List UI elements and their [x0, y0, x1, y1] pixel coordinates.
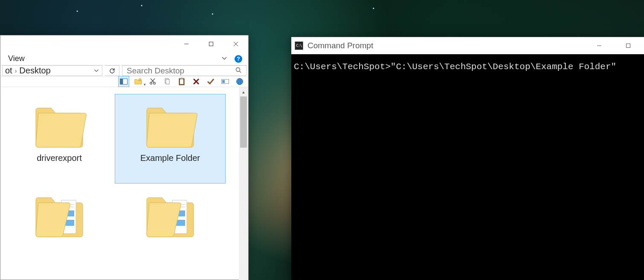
svg-rect-14: [166, 79, 169, 84]
breadcrumb-prev[interactable]: ot: [5, 66, 12, 76]
explorer-titlebar[interactable]: [0, 35, 248, 52]
breadcrumb-separator-icon[interactable]: ›: [15, 67, 17, 74]
svg-point-10: [154, 82, 156, 85]
svg-rect-7: [120, 79, 123, 85]
folder-with-docs-icon: [32, 188, 87, 239]
cmd-output[interactable]: C:\Users\TechSpot>"C:\Users\TechSpot\Des…: [291, 54, 644, 280]
folder-icon: [142, 99, 198, 150]
rename-button[interactable]: [220, 76, 230, 87]
cmd-minimize-button[interactable]: [587, 37, 612, 54]
cmd-title-text: Command Prompt: [307, 41, 373, 50]
breadcrumb-current[interactable]: Desktop: [19, 66, 50, 76]
properties-button[interactable]: [206, 76, 216, 87]
svg-point-8: [139, 79, 141, 81]
folder-item-driverexport[interactable]: driverexport: [4, 94, 115, 184]
delete-button[interactable]: [191, 76, 201, 87]
file-explorer-window: View ? ot › Desktop: [0, 35, 249, 280]
command-prompt-window: C:\ Command Prompt C:\Users\TechSpot>"C:…: [291, 37, 644, 280]
maximize-button[interactable]: [199, 35, 223, 52]
ribbon-tabs: View ?: [0, 52, 248, 65]
cmd-maximize-button[interactable]: [616, 37, 641, 54]
svg-point-4: [236, 67, 240, 71]
svg-rect-1: [209, 42, 213, 46]
close-button[interactable]: [223, 35, 248, 52]
search-box[interactable]: [122, 65, 247, 76]
ribbon-tab-view[interactable]: View: [6, 52, 26, 65]
svg-line-5: [240, 71, 241, 73]
file-list[interactable]: driverexport Example Folder: [0, 87, 239, 280]
scroll-thumb[interactable]: [240, 96, 247, 148]
copy-button[interactable]: [162, 76, 172, 87]
folder-item-example-folder[interactable]: Example Folder: [115, 94, 226, 184]
quick-access-toolbar: [0, 76, 248, 87]
explorer-content: driverexport Example Folder: [0, 87, 248, 280]
svg-point-9: [150, 82, 152, 85]
address-bar[interactable]: ot › Desktop: [2, 65, 102, 76]
svg-rect-17: [180, 78, 183, 79]
folder-label: driverexport: [37, 153, 82, 163]
scroll-up-button[interactable]: ▴: [239, 87, 248, 96]
folder-item[interactable]: [4, 184, 115, 273]
scrollbar[interactable]: ▴: [239, 87, 248, 280]
minimize-button[interactable]: [174, 35, 199, 52]
folder-label: Example Folder: [140, 153, 200, 163]
cut-button[interactable]: [148, 76, 158, 87]
folder-icon: [32, 99, 87, 150]
folder-with-docs-icon: [142, 188, 198, 239]
globe-button[interactable]: [235, 76, 245, 87]
preview-pane-button[interactable]: [119, 76, 129, 87]
cmd-titlebar[interactable]: C:\ Command Prompt: [291, 37, 644, 54]
search-icon[interactable]: [235, 67, 242, 75]
folder-item[interactable]: [115, 184, 226, 273]
help-button[interactable]: ?: [235, 55, 242, 63]
new-folder-button[interactable]: [133, 76, 143, 87]
cmd-app-icon: C:\: [295, 41, 303, 50]
svg-rect-16: [180, 79, 183, 84]
address-history-dropdown[interactable]: [93, 66, 99, 76]
refresh-button[interactable]: [105, 65, 119, 76]
collapse-ribbon-button[interactable]: [221, 55, 228, 63]
svg-rect-21: [222, 80, 225, 83]
search-input[interactable]: [127, 66, 235, 76]
svg-rect-36: [627, 44, 630, 48]
paste-button[interactable]: [177, 76, 187, 87]
address-search-row: ot › Desktop: [0, 65, 248, 76]
